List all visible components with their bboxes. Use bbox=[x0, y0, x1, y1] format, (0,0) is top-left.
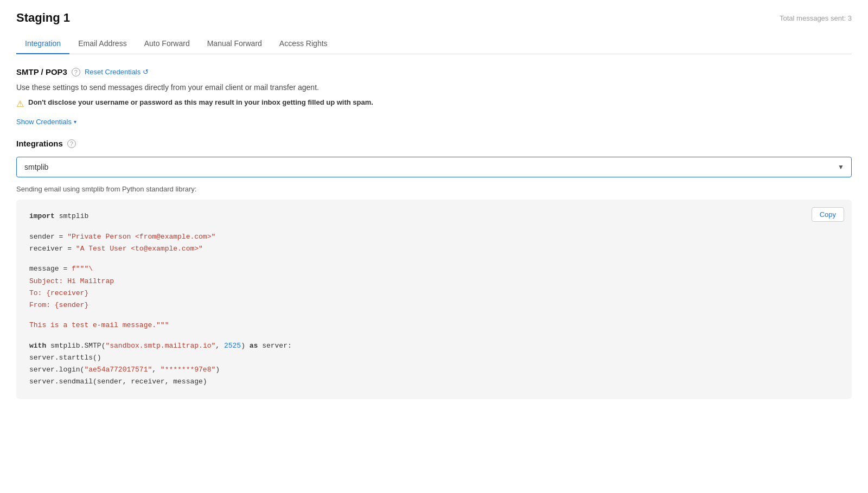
integrations-help-icon[interactable]: ? bbox=[67, 139, 76, 148]
tab-email-address[interactable]: Email Address bbox=[69, 34, 135, 54]
code-line-from: From: {sender} bbox=[29, 299, 839, 311]
code-blank-3 bbox=[29, 311, 839, 320]
smtp-title: SMTP / POP3 bbox=[16, 67, 67, 76]
reset-icon: ↺ bbox=[143, 68, 149, 76]
code-blank-1 bbox=[29, 222, 839, 231]
tab-integration[interactable]: Integration bbox=[16, 34, 69, 54]
code-blank-4 bbox=[29, 332, 839, 341]
integrations-header: Integrations ? bbox=[16, 139, 852, 148]
smtp-description: Use these settings to send messages dire… bbox=[16, 83, 852, 92]
total-messages: Total messages sent: 3 bbox=[780, 14, 852, 22]
code-line-message-assign: message = f"""\ bbox=[29, 263, 839, 275]
chevron-down-icon: ▾ bbox=[74, 119, 76, 125]
integration-select-wrapper: smtplib nodemailer PHPMailer Rails Actio… bbox=[16, 157, 852, 177]
warning-icon: ⚠ bbox=[16, 99, 24, 109]
tab-auto-forward[interactable]: Auto Forward bbox=[136, 34, 199, 54]
show-credentials-toggle[interactable]: Show Credentials ▾ bbox=[16, 118, 852, 126]
smtp-section-header: SMTP / POP3 ? Reset Credentials ↺ bbox=[16, 67, 852, 76]
code-line-login: server.login("ae54a772017571", "*******9… bbox=[29, 364, 839, 376]
code-line-sender: sender = "Private Person <from@example.c… bbox=[29, 231, 839, 243]
smtp-help-icon[interactable]: ? bbox=[72, 68, 80, 76]
code-line-body: This is a test e-mail message.""" bbox=[29, 319, 839, 331]
code-line-subject: Subject: Hi Mailtrap bbox=[29, 276, 839, 287]
code-line-sendmail: server.sendmail(sender, receiver, messag… bbox=[29, 376, 839, 388]
code-line-to: To: {receiver} bbox=[29, 287, 839, 299]
code-line-receiver: receiver = "A Test User <to@example.com>… bbox=[29, 243, 839, 255]
integrations-title: Integrations bbox=[16, 139, 63, 148]
code-blank-2 bbox=[29, 255, 839, 264]
code-line-import: import smtplib bbox=[29, 210, 839, 222]
sending-description: Sending email using smtplib from Python … bbox=[16, 185, 852, 193]
code-line-with: with smtplib.SMTP("sandbox.smtp.mailtrap… bbox=[29, 340, 839, 352]
integration-select[interactable]: smtplib nodemailer PHPMailer Rails Actio… bbox=[16, 157, 852, 177]
reset-credentials-link[interactable]: Reset Credentials ↺ bbox=[85, 68, 149, 76]
code-line-starttls: server.starttls() bbox=[29, 352, 839, 364]
page-title: Staging 1 bbox=[16, 11, 70, 25]
code-block: Copy import smtplib sender = "Private Pe… bbox=[16, 200, 852, 399]
tab-access-rights[interactable]: Access Rights bbox=[271, 34, 336, 54]
copy-button[interactable]: Copy bbox=[812, 207, 844, 222]
warning-box: ⚠ Don't disclose your username or passwo… bbox=[16, 98, 852, 109]
tab-bar: Integration Email Address Auto Forward M… bbox=[16, 34, 852, 54]
tab-manual-forward[interactable]: Manual Forward bbox=[199, 34, 271, 54]
warning-text: Don't disclose your username or password… bbox=[28, 98, 373, 106]
